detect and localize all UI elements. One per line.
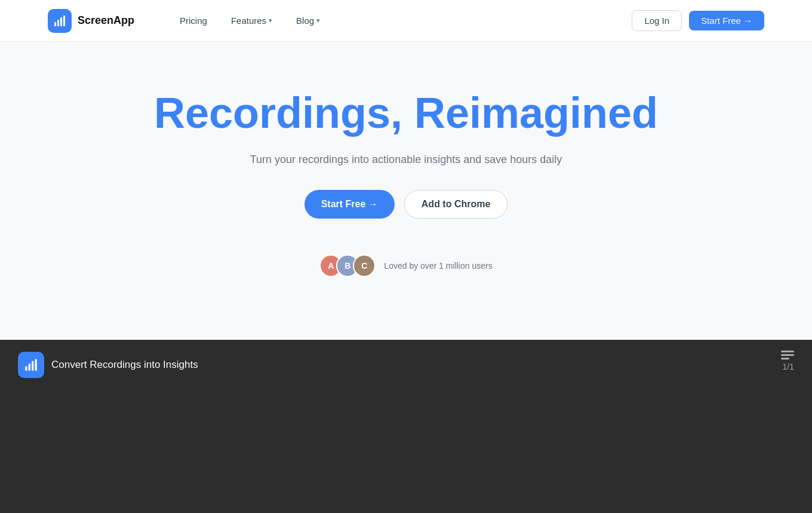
svg-rect-4 — [25, 366, 27, 371]
svg-rect-1 — [57, 20, 59, 26]
svg-rect-5 — [29, 364, 30, 371]
avatars-group: A B C — [319, 254, 376, 277]
nav-start-button[interactable]: Start Free → — [689, 11, 764, 30]
nav-features[interactable]: Features ▾ — [222, 11, 282, 30]
svg-rect-0 — [54, 22, 56, 26]
bottom-bar-title: Convert Recordings into Insights — [51, 359, 198, 371]
logo-link[interactable]: ScreenApp — [48, 9, 134, 33]
bottom-bar-counter: 1/1 — [781, 351, 794, 371]
login-button[interactable]: Log In — [632, 10, 682, 31]
features-chevron-icon: ▾ — [269, 17, 272, 24]
svg-rect-6 — [32, 361, 33, 371]
logo-icon — [48, 9, 72, 33]
bottom-logo-icon — [18, 352, 44, 378]
nav-actions: Log In Start Free → — [632, 10, 764, 31]
hero-start-button[interactable]: Start Free → — [304, 190, 395, 219]
nav-links: Pricing Features ▾ Blog ▾ — [170, 11, 632, 30]
menu-icon — [781, 351, 794, 360]
social-proof-text: Loved by over 1 million users — [384, 261, 492, 271]
nav-blog[interactable]: Blog ▾ — [287, 11, 330, 30]
svg-rect-7 — [35, 359, 37, 371]
svg-rect-2 — [60, 17, 62, 26]
nav-pricing[interactable]: Pricing — [170, 11, 217, 30]
bottom-logo: Convert Recordings into Insights — [18, 352, 198, 378]
social-proof: A B C Loved by over 1 million users — [319, 254, 492, 277]
hero-title: Recordings, Reimagined — [154, 90, 658, 137]
logo-text: ScreenApp — [78, 14, 134, 27]
hero-chrome-button[interactable]: Add to Chrome — [404, 190, 508, 219]
navbar: ScreenApp Pricing Features ▾ Blog ▾ Log … — [0, 0, 812, 42]
svg-rect-3 — [63, 16, 65, 26]
blog-chevron-icon: ▾ — [316, 17, 320, 24]
hero-section: Recordings, Reimagined Turn your recordi… — [0, 42, 812, 313]
hero-subtitle: Turn your recordings into actionable ins… — [250, 153, 562, 166]
avatar-3: C — [353, 254, 376, 277]
hero-buttons: Start Free → Add to Chrome — [304, 190, 508, 219]
counter-text: 1/1 — [783, 362, 794, 371]
bottom-bar: Convert Recordings into Insights 1/1 — [0, 340, 812, 513]
